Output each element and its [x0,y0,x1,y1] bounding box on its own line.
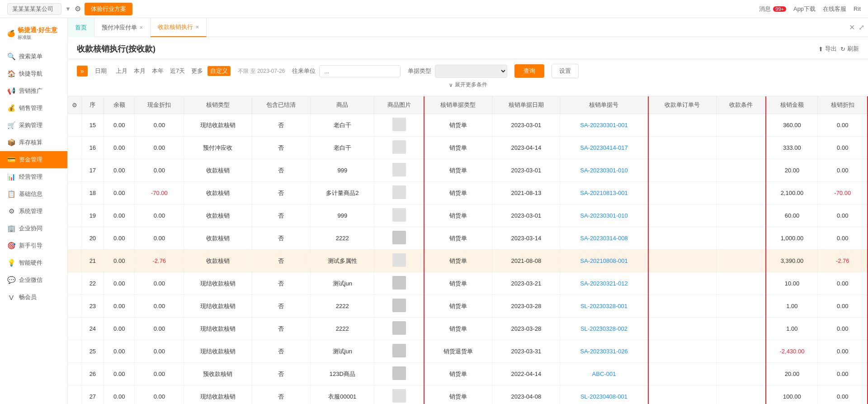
cell-writeoff-amount: 2,100.00 [766,182,818,204]
cell-doc-date: 2023-03-01 [492,159,560,182]
cell-receipt-order-no [648,318,717,340]
doc-no-link[interactable]: SA-20230301-010 [580,167,628,174]
sidebar-item-hardware[interactable]: 💡 智能硬件 [0,254,67,271]
filter-settings-btn[interactable]: 设置 [552,64,579,78]
sidebar-item-member[interactable]: V 畅会员 [0,289,67,306]
table-row: 15 0.00 0.00 现结收款核销 否 老白干 销货单 2023-03-01… [68,114,868,137]
cell-cash-discount: 0.00 [135,295,184,318]
th-gear[interactable]: ⚙ [68,96,81,114]
doc-no-link[interactable]: SA-20210813-001 [580,190,628,196]
doc-no-link[interactable]: SA-20230301-001 [580,122,628,128]
doc-no-link[interactable]: SA-20230314-008 [580,235,628,242]
sidebar-item-business[interactable]: 📊 经营管理 [0,168,67,185]
sidebar-item-quick[interactable]: 🏠 快捷导航 [0,65,67,82]
cell-goods-img [374,340,424,363]
doc-no-link[interactable]: SA-20230414-017 [580,144,628,151]
doc-no-link[interactable]: SL-20230408-001 [580,393,627,400]
filter-date-more[interactable]: 更多 [189,66,205,76]
th-goods-img: 商品图片 [374,96,424,114]
filter-expand-btn[interactable]: » [77,66,88,76]
sidebar-item-capital[interactable]: 💳 资金管理 [0,151,67,168]
cell-writeoff-amount: -2,430.00 [766,340,818,363]
table-row: 19 0.00 0.00 收款核销 否 999 销货单 2023-03-01 S… [68,204,868,227]
filter-from-unit-label: 往来单位 [292,67,316,75]
online-service-btn[interactable]: 在线客服 [823,5,846,13]
cell-writeoff-discount: 0.00 [818,363,868,385]
filter-date-custom[interactable]: 自定义 [208,66,231,76]
filter-date-7days[interactable]: 近7天 [168,66,187,76]
sidebar-item-search[interactable]: 🔍 搜索菜单 [0,48,67,65]
cell-receipt-order-no [648,227,717,250]
cell-no: 23 [81,295,104,318]
cell-doc-date: 2023-03-28 [492,295,560,318]
sidebar-item-marketing[interactable]: 📢 营销推广 [0,82,67,100]
export-btn[interactable]: ⬆ 导出 [818,45,837,53]
doc-no-link[interactable]: ABC-001 [592,371,616,377]
marketing-icon: 📢 [7,87,15,95]
cell-doc-type: 销货单 [424,114,492,137]
expand-more-btn[interactable]: ∨ 展开更多条件 [449,81,487,89]
doc-no-link[interactable]: SA-20230331-026 [580,348,628,355]
close-tab-btn[interactable]: ✕ [849,23,855,32]
tab-home[interactable]: 首页 [68,18,94,37]
filter-query-btn[interactable]: 查询 [514,64,544,78]
cell-doc-no: SL-20230408-001 [560,385,648,404]
sidebar-item-system[interactable]: ⚙ 系统管理 [0,203,67,220]
filter-date-this-month[interactable]: 本月 [132,66,147,76]
cell-receipt-order-no [648,363,717,385]
cell-no: 27 [81,385,104,404]
cell-doc-type: 销货单 [424,318,492,340]
tab-prepay[interactable]: 预付冲应付单 × [94,18,151,37]
doc-no-link[interactable]: SL-20230328-001 [580,303,627,309]
tab-receipt[interactable]: 收款核销执行 × [151,18,207,37]
filter-from-unit-input[interactable] [319,65,401,77]
expand-tab-btn[interactable]: ⤢ [859,23,864,32]
cell-goods: 老白干 [311,114,374,137]
sidebar-item-guide[interactable]: 🎯 新手引导 [0,237,67,254]
cell-doc-no: ABC-001 [560,363,648,385]
doc-no-link[interactable]: SL-20230328-002 [580,325,627,332]
cell-goods: 123D商品 [311,363,374,385]
cell-balance: 0.00 [104,318,135,340]
sales-icon: 💰 [7,104,15,112]
trial-btn[interactable]: 体验行业方案 [85,3,132,15]
table-row: 26 0.00 0.00 预收款核销 否 123D商品 销货单 2022-04-… [68,363,868,385]
filter-date-this-year[interactable]: 本年 [150,66,165,76]
tab-receipt-close[interactable]: × [196,24,199,30]
cell-settled: 否 [252,227,311,250]
wechat-icon: 💬 [7,276,15,284]
doc-no-link[interactable]: SA-20230321-012 [580,280,628,287]
cell-gear [68,250,81,272]
cell-writeoff-amount: 333.00 [766,137,818,159]
tab-prepay-close[interactable]: × [140,24,143,31]
company-dropdown-icon[interactable]: ▼ [65,5,71,12]
th-goods: 商品 [311,96,374,114]
settings-icon[interactable]: ⚙ [75,5,81,13]
cell-balance: 0.00 [104,295,135,318]
inventory-icon: 📦 [7,138,15,147]
table-container[interactable]: ⚙ 序 余额 现金折扣 核销类型 包含已结清 商品 商品图片 核销单据类型 核销… [68,96,868,404]
message-btn[interactable]: 消息 99+ [759,5,786,13]
app-download-btn[interactable]: App下载 [793,5,816,13]
cell-no: 22 [81,272,104,295]
cell-goods-img [374,272,424,295]
sidebar-item-basic[interactable]: 📋 基础信息 [0,185,67,203]
basic-icon: 📋 [7,190,15,198]
company-selector[interactable]: 某某某某某公司 [7,3,61,15]
sidebar-item-purchase[interactable]: 🛒 采购管理 [0,117,67,134]
main-layout: 🍊 畅捷通·好生意 标准版 🔍 搜索菜单 🏠 快捷导航 📢 营销推广 💰 销售管… [0,18,868,404]
sidebar-item-inventory[interactable]: 📦 库存核算 [0,134,67,151]
cell-no: 20 [81,227,104,250]
filter-date-last-month[interactable]: 上月 [114,66,129,76]
cell-gear [68,227,81,250]
sidebar-item-wechat[interactable]: 💬 企业微信 [0,271,67,289]
filter-doc-type-select[interactable] [435,65,507,78]
sidebar-item-enterprise[interactable]: 🏢 企业协同 [0,220,67,237]
refresh-btn[interactable]: ↻ 刷新 [840,45,859,53]
filter-row: » 日期 上月 本月 本年 近7天 更多 自定义 不限 至 2023-07-26 [77,64,859,78]
sidebar-item-sales[interactable]: 💰 销售管理 [0,100,67,117]
doc-no-link[interactable]: SA-20230301-010 [580,212,628,219]
filter-date-options: 上月 本月 本年 近7天 更多 自定义 [114,66,231,76]
doc-no-link[interactable]: SA-20210808-001 [580,257,628,264]
goods-image [392,344,406,357]
